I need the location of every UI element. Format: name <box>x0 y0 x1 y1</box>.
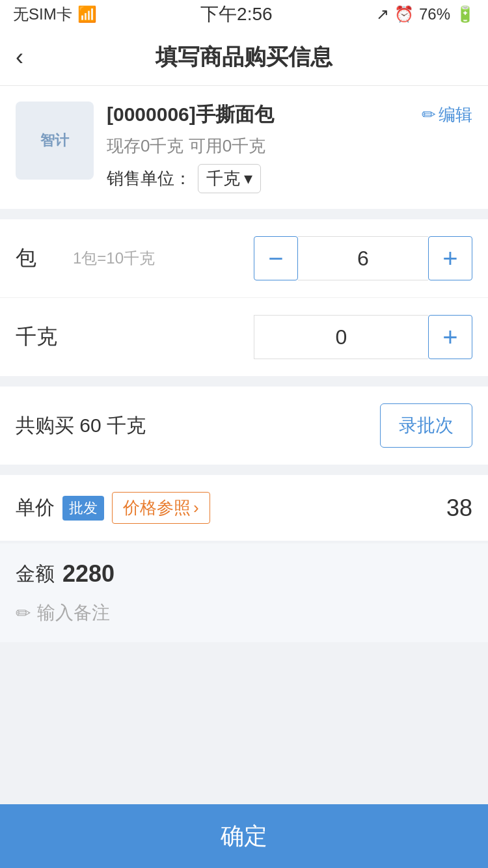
unit-value: 千克 <box>206 167 240 190</box>
bao-quantity-input[interactable] <box>298 236 428 280</box>
chevron-down-icon: ▾ <box>244 169 252 189</box>
back-button[interactable]: ‹ <box>16 44 23 71</box>
unit-select[interactable]: 千克 ▾ <box>198 164 261 193</box>
alarm-icon: ⏰ <box>394 5 414 23</box>
amount-label: 金额 <box>16 561 55 588</box>
confirm-button[interactable]: 确定 <box>0 804 488 868</box>
amount-section: 金额 2280 ✏ 输入备注 <box>0 543 488 642</box>
product-unit-row: 销售单位： 千克 ▾ <box>107 164 472 193</box>
price-value: 38 <box>446 495 472 522</box>
edit-icon: ✏ <box>422 105 436 125</box>
nav-bar: ‹ 填写商品购买信息 <box>0 29 488 86</box>
battery-label: 76% <box>419 5 450 23</box>
qianke-quantity-control: + <box>254 315 472 359</box>
price-ref-label: 价格参照 <box>123 496 191 519</box>
status-bar: 无SIM卡 📶 下午2:56 ↗ ⏰ 76% 🔋 <box>0 0 488 29</box>
summary-text: 共购买 60 千克 <box>16 413 146 439</box>
product-name: [0000006]手撕面包 <box>107 102 274 128</box>
price-label: 单价 <box>16 495 55 521</box>
battery-icon: 🔋 <box>455 5 475 23</box>
product-info: [0000006]手撕面包 ✏ 编辑 现存0千克 可用0千克 销售单位： 千克 … <box>107 102 472 193</box>
status-right: ↗ ⏰ 76% 🔋 <box>376 5 475 23</box>
price-section: 单价 批发 价格参照 › 38 <box>0 475 488 541</box>
pencil-icon: ✏ <box>16 603 31 624</box>
product-stock: 现存0千克 可用0千克 <box>107 135 472 157</box>
unit-label: 销售单位： <box>107 167 191 190</box>
status-left: 无SIM卡 📶 <box>13 4 97 25</box>
qianke-increment-button[interactable]: + <box>428 315 472 359</box>
product-logo-text: 智计 <box>40 131 69 150</box>
edit-button[interactable]: ✏ 编辑 <box>422 103 472 126</box>
qianke-quantity-input[interactable] <box>254 315 428 359</box>
bao-decrement-button[interactable]: − <box>254 236 298 280</box>
note-row[interactable]: ✏ 输入备注 <box>16 601 472 625</box>
edit-label: 编辑 <box>439 103 472 126</box>
batch-tag: 批发 <box>62 496 104 521</box>
bao-increment-button[interactable]: + <box>428 236 472 280</box>
bao-quantity-control: − + <box>254 236 472 280</box>
wifi-icon: 📶 <box>77 5 97 23</box>
product-card: 智计 [0000006]手撕面包 ✏ 编辑 现存0千克 可用0千克 销售单位： … <box>0 86 488 209</box>
product-image: 智计 <box>16 102 94 180</box>
qianke-label: 千克 <box>16 323 68 351</box>
record-batch-button[interactable]: 录批次 <box>380 403 472 448</box>
page-title: 填写商品购买信息 <box>156 42 332 72</box>
amount-value: 2280 <box>62 560 115 588</box>
carrier-label: 无SIM卡 <box>13 4 72 25</box>
price-label-row: 单价 批发 价格参照 › <box>16 492 210 524</box>
price-reference-button[interactable]: 价格参照 › <box>112 492 210 524</box>
bao-sublabel: 1包=10千克 <box>73 248 254 269</box>
summary-section: 共购买 60 千克 录批次 <box>0 387 488 465</box>
note-label: 输入备注 <box>37 601 110 625</box>
bao-label: 包 <box>16 244 68 273</box>
input-section: 包 1包=10千克 − + 千克 + <box>0 219 488 376</box>
product-name-row: [0000006]手撕面包 ✏ 编辑 <box>107 102 472 128</box>
location-icon: ↗ <box>376 5 389 23</box>
chevron-right-icon: › <box>193 498 199 518</box>
amount-row: 金额 2280 <box>16 560 472 588</box>
status-time: 下午2:56 <box>200 2 273 27</box>
qianke-input-row: 千克 + <box>0 298 488 376</box>
bao-input-row: 包 1包=10千克 − + <box>0 219 488 298</box>
